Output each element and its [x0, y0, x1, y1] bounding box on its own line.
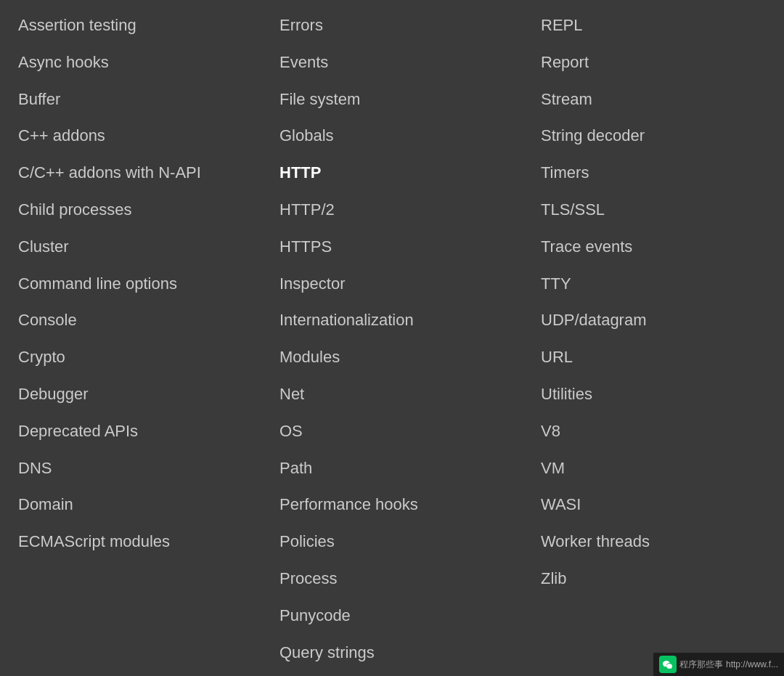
nav-item-col2-1[interactable]: Events	[276, 44, 508, 81]
nav-item-col1-14[interactable]: ECMAScript modules	[15, 524, 247, 561]
nav-item-col3-12[interactable]: VM	[537, 450, 769, 487]
watermark-url: http://www.f...	[726, 659, 778, 669]
nav-item-col3-1[interactable]: Report	[537, 44, 769, 81]
nav-item-col1-0[interactable]: Assertion testing	[15, 7, 247, 44]
nav-item-col2-6[interactable]: HTTPS	[276, 229, 508, 266]
nav-item-col3-6[interactable]: Trace events	[537, 229, 769, 266]
nav-item-col3-5[interactable]: TLS/SSL	[537, 192, 769, 229]
nav-item-col2-14[interactable]: Policies	[276, 524, 508, 561]
nav-item-col1-6[interactable]: Cluster	[15, 229, 247, 266]
nav-item-col2-13[interactable]: Performance hooks	[276, 486, 508, 524]
nav-item-col3-7[interactable]: TTY	[537, 266, 769, 303]
nav-item-col3-10[interactable]: Utilities	[537, 376, 769, 413]
nav-item-col3-0[interactable]: REPL	[537, 7, 769, 44]
nav-item-col3-2[interactable]: Stream	[537, 81, 769, 118]
nav-item-col1-13[interactable]: Domain	[15, 486, 247, 524]
nav-item-col3-8[interactable]: UDP/datagram	[537, 302, 769, 339]
nav-item-col3-11[interactable]: V8	[537, 413, 769, 450]
nav-item-col2-4[interactable]: HTTP	[276, 155, 508, 192]
nav-item-col1-10[interactable]: Debugger	[15, 376, 247, 413]
nav-item-col2-3[interactable]: Globals	[276, 118, 508, 155]
nav-item-col1-1[interactable]: Async hooks	[15, 44, 247, 81]
nav-item-col1-9[interactable]: Crypto	[15, 339, 247, 376]
nav-item-col2-12[interactable]: Path	[276, 450, 508, 487]
wechat-icon	[659, 656, 677, 673]
nav-item-col2-9[interactable]: Modules	[276, 339, 508, 376]
nav-item-col3-3[interactable]: String decoder	[537, 118, 769, 155]
nav-item-col2-17[interactable]: Query strings	[276, 635, 508, 672]
nav-item-col2-15[interactable]: Process	[276, 561, 508, 598]
nav-item-col2-18[interactable]: Readline	[276, 671, 508, 676]
nav-item-col3-14[interactable]: Worker threads	[537, 524, 769, 561]
nav-container: Assertion testingAsync hooksBufferC++ ad…	[0, 0, 784, 676]
nav-item-col1-4[interactable]: C/C++ addons with N-API	[15, 155, 247, 192]
nav-column-3: REPLReportStreamString decoderTimersTLS/…	[523, 7, 784, 669]
nav-item-col1-2[interactable]: Buffer	[15, 81, 247, 118]
nav-item-col2-2[interactable]: File system	[276, 81, 508, 118]
nav-column-1: Assertion testingAsync hooksBufferC++ ad…	[0, 7, 261, 669]
nav-item-col3-15[interactable]: Zlib	[537, 561, 769, 598]
nav-item-col1-5[interactable]: Child processes	[15, 192, 247, 229]
nav-column-2: ErrorsEventsFile systemGlobalsHTTPHTTP/2…	[261, 7, 523, 669]
nav-item-col2-0[interactable]: Errors	[276, 7, 508, 44]
nav-item-col1-12[interactable]: DNS	[15, 450, 247, 487]
nav-item-col2-16[interactable]: Punycode	[276, 598, 508, 635]
nav-item-col3-4[interactable]: Timers	[537, 155, 769, 192]
watermark-name: 程序那些事	[679, 659, 723, 671]
nav-item-col1-3[interactable]: C++ addons	[15, 118, 247, 155]
nav-item-col2-7[interactable]: Inspector	[276, 266, 508, 303]
watermark: 程序那些事 http://www.f...	[653, 653, 784, 676]
nav-item-col2-5[interactable]: HTTP/2	[276, 192, 508, 229]
nav-item-col2-11[interactable]: OS	[276, 413, 508, 450]
nav-item-col3-13[interactable]: WASI	[537, 486, 769, 524]
nav-item-col2-8[interactable]: Internationalization	[276, 302, 508, 339]
nav-item-col3-9[interactable]: URL	[537, 339, 769, 376]
nav-item-col1-7[interactable]: Command line options	[15, 266, 247, 303]
nav-item-col1-8[interactable]: Console	[15, 302, 247, 339]
nav-item-col2-10[interactable]: Net	[276, 376, 508, 413]
nav-item-col1-11[interactable]: Deprecated APIs	[15, 413, 247, 450]
